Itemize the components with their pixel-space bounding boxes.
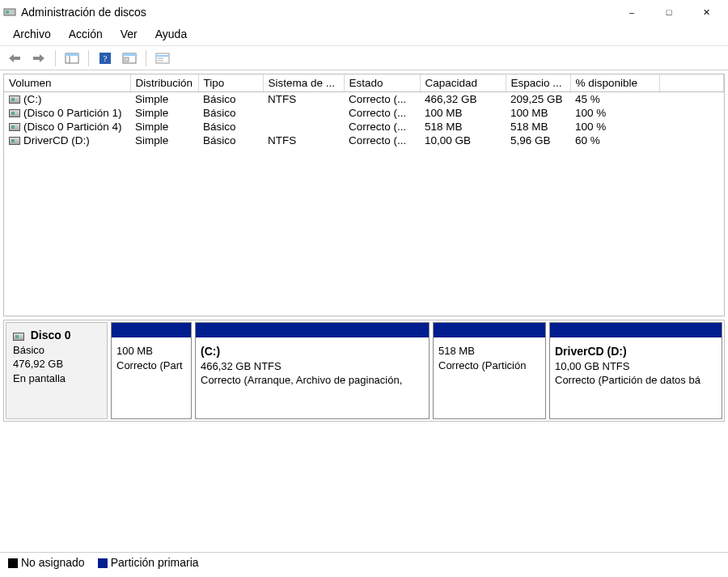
swatch-navy-icon [98,558,108,568]
volume-free: 100 MB [506,106,570,120]
table-row[interactable]: (Disco 0 Partición 4)SimpleBásicoCorrect… [4,120,724,134]
menubar: Archivo Acción Ver Ayuda [0,24,728,46]
volume-layout: Simple [130,120,198,134]
volume-icon [9,137,20,145]
volume-status: Correcto (... [344,134,420,147]
volume-layout: Simple [130,92,198,107]
forward-button[interactable] [29,49,49,67]
partition[interactable]: (C:)466,32 GB NTFSCorrecto (Arranque, Ar… [195,322,430,419]
col-capacidad[interactable]: Capacidad [420,74,506,92]
titlebar: Administración de discos – □ ✕ [0,0,728,24]
arrow-left-icon [7,53,22,64]
legend-primary: Partición primaria [98,556,199,569]
col-sistema[interactable]: Sistema de ... [263,74,344,92]
window-icon [122,52,137,65]
volume-name: DriverCD (D:) [23,134,90,146]
toolbar-separator [146,50,146,66]
partition[interactable]: 518 MBCorrecto (Partición [433,322,546,419]
view-button[interactable] [153,49,172,67]
volume-layout: Simple [130,106,198,120]
swatch-black-icon [8,558,18,568]
svg-rect-9 [125,57,129,62]
toolbar-separator [55,50,56,66]
partition-status: Correcto (Partición [438,359,526,371]
col-tipo[interactable]: Tipo [198,74,263,92]
disk-info[interactable]: Disco 0 Básico 476,92 GB En pantalla [6,322,108,419]
volume-capacity: 100 MB [420,106,506,120]
help-button[interactable]: ? [95,49,115,67]
volume-pct: 45 % [570,92,659,107]
volume-type: Básico [198,120,263,134]
partition-title: DriverCD (D:) [555,345,627,358]
partition[interactable]: DriverCD (D:)10,00 GB NTFSCorrecto (Part… [549,322,722,419]
col-volumen[interactable]: Volumen [4,74,130,92]
partition-size: 466,32 GB NTFS [201,360,281,372]
partition-status: Correcto (Part [116,359,183,371]
partition-title: (C:) [201,345,220,358]
disk-management-app-icon [3,6,16,19]
partition-status: Correcto (Arranque, Archivo de paginació… [201,374,402,386]
disk-name: Disco 0 [31,329,71,342]
col-espacio[interactable]: Espacio ... [506,74,570,92]
volume-free: 209,25 GB [506,92,570,107]
partition-size: 100 MB [116,345,153,357]
legend-bar: No asignado Partición primaria [0,552,728,577]
volume-fs [263,120,344,134]
window-title: Administración de discos [21,6,613,19]
col-distribucion[interactable]: Distribución [130,74,198,92]
menu-archivo[interactable]: Archivo [5,26,59,42]
table-row[interactable]: (C:)SimpleBásicoNTFSCorrecto (...466,32 … [4,92,724,107]
settings-button[interactable] [120,49,139,67]
volume-free: 5,96 GB [506,134,570,147]
menu-accion[interactable]: Acción [61,26,111,42]
disk-graphic-panel: Disco 0 Básico 476,92 GB En pantalla 100… [3,320,725,422]
disk-status: En pantalla [13,372,66,384]
volume-type: Básico [198,106,263,120]
partition-stripe [112,323,191,337]
svg-text:?: ? [104,53,108,63]
volume-name: (Disco 0 Partición 1) [23,107,122,119]
volume-capacity: 466,32 GB [420,92,506,107]
volume-fs: NTFS [263,134,344,147]
volume-icon [9,109,20,117]
volume-pct: 100 % [570,106,659,120]
volume-icon [9,123,20,131]
list-icon [155,53,170,64]
col-pct[interactable]: % disponible [570,74,659,92]
toolbar: ? [0,46,728,70]
volume-name: (Disco 0 Partición 4) [23,121,122,133]
arrow-right-icon [32,53,46,64]
table-row[interactable]: (Disco 0 Partición 1)SimpleBásicoCorrect… [4,106,724,120]
menu-ver[interactable]: Ver [112,26,146,42]
disk-icon [13,333,24,341]
disk-row: Disco 0 Básico 476,92 GB En pantalla 100… [6,322,722,419]
volume-status: Correcto (... [344,120,420,134]
table-row[interactable]: DriverCD (D:)SimpleBásicoNTFSCorrecto (.… [4,134,724,147]
col-estado[interactable]: Estado [344,74,420,92]
svg-rect-3 [66,53,78,56]
disk-type: Básico [13,344,44,356]
partition[interactable]: 100 MBCorrecto (Part [111,322,192,419]
toolbar-separator [88,50,89,66]
maximize-button[interactable]: □ [650,0,688,24]
legend-primary-label: Partición primaria [111,556,199,569]
volume-fs: NTFS [263,92,344,107]
partitions-container: 100 MBCorrecto (Part(C:)466,32 GB NTFSCo… [108,322,722,419]
back-button[interactable] [5,49,24,67]
table-header-row: Volumen Distribución Tipo Sistema de ...… [4,74,724,92]
volumes-table[interactable]: Volumen Distribución Tipo Sistema de ...… [4,74,724,147]
svg-rect-1 [6,11,9,14]
show-hide-tree-button[interactable] [62,49,82,67]
help-icon: ? [99,52,112,65]
volume-free: 518 MB [506,120,570,134]
partition-size: 10,00 GB NTFS [555,360,629,372]
volume-pct: 60 % [570,134,659,147]
volume-type: Básico [198,134,263,147]
partition-size: 518 MB [438,345,475,357]
menu-ayuda[interactable]: Ayuda [147,26,195,42]
col-spacer [659,74,724,92]
minimize-button[interactable]: – [613,0,650,24]
partition-stripe [196,323,429,337]
close-button[interactable]: ✕ [688,0,725,24]
volume-layout: Simple [130,134,198,147]
